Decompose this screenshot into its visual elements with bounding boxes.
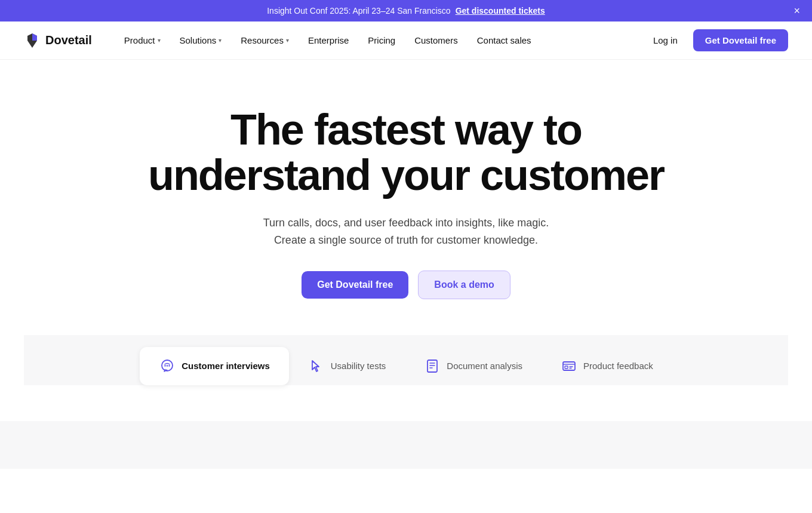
document-icon	[424, 358, 441, 374]
hero-book-demo-button[interactable]: Book a demo	[418, 271, 510, 299]
tab-product-feedback-label: Product feedback	[583, 361, 653, 371]
login-button[interactable]: Log in	[645, 30, 686, 50]
banner-close-button[interactable]: ×	[793, 5, 800, 16]
nav-links: Product ▾ Solutions ▾ Resources ▾ Enterp…	[116, 30, 645, 50]
tab-customer-interviews[interactable]: Customer interviews	[140, 347, 289, 385]
chevron-down-icon: ▾	[286, 37, 289, 44]
nav-item-contact-sales[interactable]: Contact sales	[469, 30, 540, 50]
nav-item-solutions[interactable]: Solutions ▾	[171, 30, 230, 50]
use-cases-tabs: Customer interviews Usability tests Docu…	[24, 347, 788, 385]
dovetail-logo-icon	[24, 32, 41, 49]
chevron-down-icon: ▾	[158, 37, 161, 44]
banner-text: Insight Out Conf 2025: April 23–24 San F…	[267, 6, 450, 16]
tab-usability-tests-label: Usability tests	[331, 361, 386, 371]
hero-subtitle: Turn calls, docs, and user feedback into…	[263, 214, 549, 249]
nav-item-product[interactable]: Product ▾	[116, 30, 169, 50]
hero-title: The fastest way to understand your custo…	[148, 107, 664, 198]
svg-rect-10	[565, 366, 568, 368]
tab-customer-interviews-label: Customer interviews	[182, 361, 270, 371]
svg-rect-4	[427, 360, 437, 372]
announcement-banner: Insight Out Conf 2025: April 23–24 San F…	[0, 0, 812, 21]
banner-link[interactable]: Get discounted tickets	[456, 6, 545, 16]
logo-text: Dovetail	[45, 33, 92, 47]
tab-product-feedback[interactable]: Product feedback	[542, 347, 672, 385]
svg-point-2	[167, 365, 168, 366]
tab-document-analysis[interactable]: Document analysis	[405, 347, 542, 385]
nav-item-resources[interactable]: Resources ▾	[232, 30, 297, 50]
logo[interactable]: Dovetail	[24, 32, 92, 49]
bottom-strip	[0, 421, 812, 469]
cursor-icon	[308, 358, 325, 374]
tab-usability-tests[interactable]: Usability tests	[289, 347, 405, 385]
nav-item-pricing[interactable]: Pricing	[359, 30, 404, 50]
svg-point-3	[169, 365, 170, 366]
nav-item-enterprise[interactable]: Enterprise	[300, 30, 357, 50]
chevron-down-icon: ▾	[219, 37, 222, 44]
nav-item-customers[interactable]: Customers	[406, 30, 466, 50]
hero-section: The fastest way to understand your custo…	[0, 60, 812, 421]
feedback-icon	[561, 358, 577, 374]
hero-get-free-button[interactable]: Get Dovetail free	[302, 271, 408, 299]
use-cases-section: Customer interviews Usability tests Docu…	[24, 335, 788, 385]
hero-cta: Get Dovetail free Book a demo	[302, 271, 510, 299]
chat-icon	[159, 358, 176, 374]
get-dovetail-free-nav-button[interactable]: Get Dovetail free	[693, 29, 788, 51]
main-nav: Dovetail Product ▾ Solutions ▾ Resources…	[0, 21, 812, 60]
nav-actions: Log in Get Dovetail free	[645, 29, 788, 51]
tab-document-analysis-label: Document analysis	[447, 361, 522, 371]
svg-point-1	[165, 365, 166, 366]
